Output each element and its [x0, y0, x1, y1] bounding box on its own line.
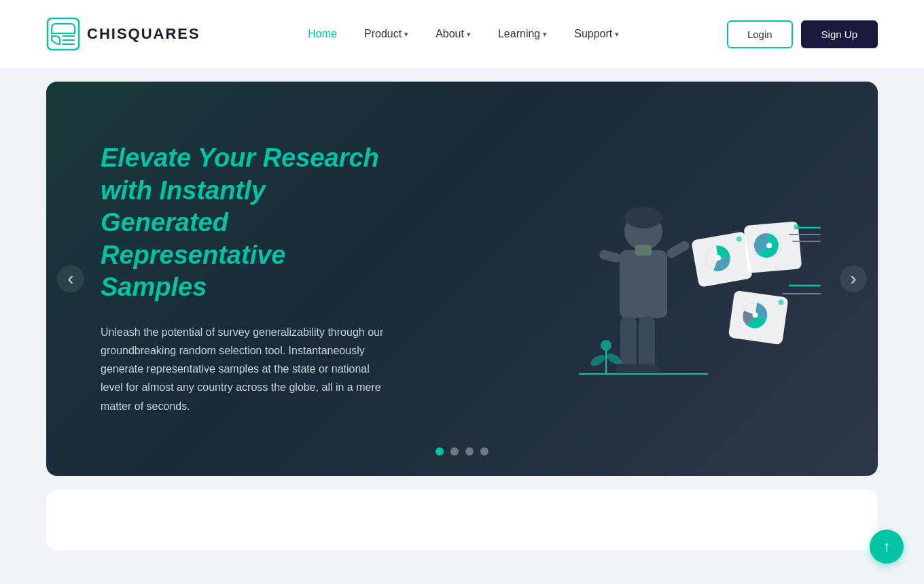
- nav-learning[interactable]: Learning ▾: [487, 22, 558, 46]
- nav-about[interactable]: About ▾: [425, 22, 482, 46]
- svg-rect-9: [620, 316, 637, 371]
- svg-rect-8: [665, 239, 691, 260]
- svg-point-16: [601, 340, 611, 351]
- main-nav: Home Product ▾ About ▾ Learning ▾ Suppor…: [297, 22, 630, 46]
- carousel-dot-3[interactable]: [465, 447, 474, 456]
- hero-illustration: [538, 150, 823, 408]
- svg-point-5: [624, 207, 662, 228]
- hero-description: Unleash the potential of survey generali…: [101, 323, 386, 415]
- chevron-down-icon: ▾: [467, 30, 471, 39]
- logo-icon: [46, 17, 80, 51]
- svg-rect-7: [599, 249, 622, 264]
- chevron-down-icon: ▾: [615, 30, 619, 39]
- header: CHISQUARES Home Product ▾ About ▾ Learni…: [0, 0, 924, 68]
- carousel-dots: [436, 447, 488, 456]
- carousel-prev-button[interactable]: ‹: [57, 265, 84, 292]
- hero-section: ‹ Elevate Your Research with Instantly G…: [46, 82, 878, 476]
- nav-support[interactable]: Support ▾: [563, 22, 630, 46]
- chevron-down-icon: ▾: [404, 30, 408, 39]
- carousel-dot-1[interactable]: [436, 447, 444, 456]
- svg-point-17: [589, 353, 607, 368]
- svg-rect-6: [620, 250, 667, 318]
- logo-area: CHISQUARES: [46, 17, 200, 51]
- hero-content: Elevate Your Research with Instantly Gen…: [46, 101, 440, 456]
- carousel-next-button[interactable]: ›: [840, 265, 867, 292]
- hero-title: Elevate Your Research with Instantly Gen…: [101, 142, 386, 304]
- svg-point-12: [635, 364, 659, 375]
- svg-rect-10: [639, 316, 655, 371]
- nav-product[interactable]: Product ▾: [353, 22, 419, 46]
- logo-text: CHISQUARES: [87, 25, 200, 43]
- below-hero-section: [46, 489, 878, 551]
- signup-button[interactable]: Sign Up: [801, 20, 878, 48]
- carousel-dot-2[interactable]: [450, 447, 459, 456]
- header-buttons: Login Sign Up: [727, 20, 878, 48]
- nav-home[interactable]: Home: [297, 22, 348, 46]
- scroll-to-top-button[interactable]: ↑: [870, 530, 904, 564]
- svg-rect-13: [635, 245, 652, 256]
- chevron-down-icon: ▾: [543, 30, 547, 39]
- login-button[interactable]: Login: [727, 20, 793, 48]
- carousel-dot-4[interactable]: [480, 447, 488, 456]
